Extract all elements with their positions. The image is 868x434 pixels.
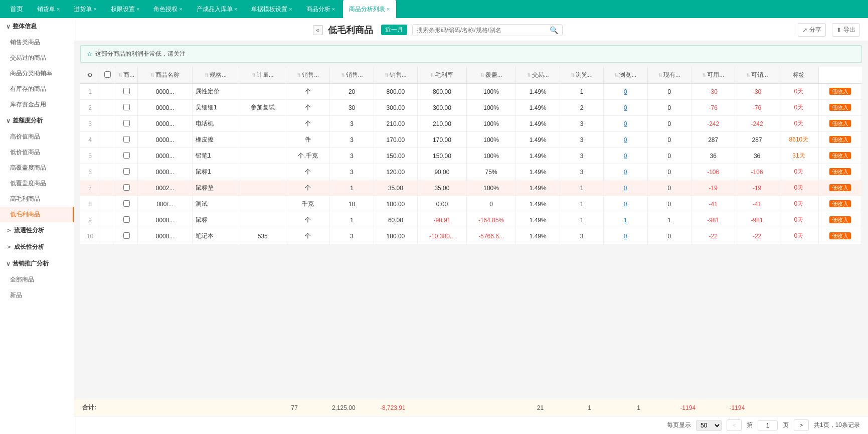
cell-checkbox[interactable]	[115, 164, 138, 180]
sidebar-collapse-btn[interactable]: «	[313, 25, 323, 35]
nav-products[interactable]: 产成品入库单 ×	[191, 0, 243, 18]
th-settings[interactable]: ⚙	[80, 67, 100, 84]
th-name[interactable]: ⇅商品名称	[138, 67, 193, 84]
export-button[interactable]: ⬆ 导出	[832, 23, 860, 37]
select-all-checkbox[interactable]	[104, 71, 111, 78]
search-input[interactable]	[417, 27, 550, 34]
nav-analysis[interactable]: 商品分析 ×	[300, 0, 341, 18]
cell-checkbox[interactable]	[115, 116, 138, 132]
th-gross-margin[interactable]: ⇅毛利率	[418, 67, 467, 84]
cell-transaction: 1	[560, 212, 603, 228]
nav-purchase[interactable]: 进货单 ×	[68, 0, 102, 18]
table-container[interactable]: ⚙ ⇅商... ⇅商品名称 ⇅规格... ⇅计量... ⇅销售... ⇅销售..…	[74, 67, 868, 399]
cell-views1[interactable]: 1	[604, 212, 647, 228]
cell-views1[interactable]: 0	[604, 100, 647, 116]
sidebar-group-general[interactable]: ∨ 整体信息	[0, 18, 74, 35]
cell-views1[interactable]: 0	[604, 132, 647, 148]
search-box[interactable]: 🔍	[412, 24, 563, 36]
cell-current-stock: -106	[691, 164, 735, 180]
share-button[interactable]: ↗ 分享	[798, 23, 826, 37]
next-page-btn[interactable]: ＞	[794, 419, 809, 431]
cell-checkbox[interactable]	[115, 212, 138, 228]
page-suffix: 页	[783, 421, 789, 429]
nav-templates[interactable]: 单据模板设置 ×	[245, 0, 298, 18]
nav-roles[interactable]: 角色授权 ×	[147, 0, 188, 18]
cell-views1[interactable]: 0	[604, 148, 647, 164]
nav-close-purchase[interactable]: ×	[93, 6, 96, 12]
sidebar-item-sales-goods[interactable]: 销售类商品	[0, 35, 74, 50]
th-saleable[interactable]: ⇅可销...	[735, 67, 779, 84]
cell-views1[interactable]: 0	[604, 228, 647, 244]
cell-name: 橡皮擦	[192, 132, 239, 148]
nav-analysis-list[interactable]: 商品分析列表 ×	[343, 0, 396, 18]
sidebar-item-traded-goods[interactable]: 交易过的商品	[0, 50, 74, 66]
sidebar-item-inventory-capital[interactable]: 库存资金占用	[0, 97, 74, 112]
date-badge[interactable]: 近一月	[381, 25, 407, 35]
cell-views1[interactable]: 0	[604, 84, 647, 100]
sidebar-item-all-goods[interactable]: 全部商品	[0, 272, 74, 287]
cell-available: -30	[735, 84, 779, 100]
cell-transaction: 2	[560, 100, 603, 116]
nav-close-analysis-list[interactable]: ×	[387, 6, 390, 12]
th-transaction[interactable]: ⇅交易...	[516, 67, 560, 84]
cell-current-stock: -22	[691, 228, 735, 244]
sidebar-group-margin[interactable]: ∨ 差额度分析	[0, 112, 74, 129]
cell-views1[interactable]: 0	[604, 180, 647, 196]
sidebar-item-high-value[interactable]: 高价值商品	[0, 129, 74, 144]
th-unit[interactable]: ⇅计量...	[239, 67, 286, 84]
nav-close-analysis[interactable]: ×	[332, 6, 335, 12]
th-available[interactable]: ⇅可用...	[691, 67, 735, 84]
cell-coverage: 1.49%	[516, 100, 560, 116]
cell-views1[interactable]: 0	[604, 116, 647, 132]
th-checkbox[interactable]	[100, 67, 115, 84]
nav-close-sales[interactable]: ×	[57, 6, 60, 12]
cell-checkbox[interactable]	[115, 100, 138, 116]
sidebar-group-circulation[interactable]: ＞ 流通性分析	[0, 222, 74, 239]
th-views1[interactable]: ⇅浏览...	[560, 67, 603, 84]
nav-close-products[interactable]: ×	[234, 6, 237, 12]
nav-sales[interactable]: 销货单 ×	[31, 0, 66, 18]
prev-page-btn[interactable]: ＜	[727, 419, 742, 431]
cell-saleable: 0天	[779, 212, 818, 228]
nav-close-permissions[interactable]: ×	[136, 6, 139, 12]
cell-checkbox[interactable]	[115, 196, 138, 212]
th-sales-amount[interactable]: ⇅销售...	[330, 67, 374, 84]
cell-views1[interactable]: 0	[604, 164, 647, 180]
nav-close-templates[interactable]: ×	[289, 6, 292, 12]
cell-code: 0000...	[138, 148, 193, 164]
cell-transaction: 3	[560, 132, 603, 148]
sidebar-item-low-coverage[interactable]: 低覆盖度商品	[0, 176, 74, 191]
cell-views2: 0	[647, 196, 691, 212]
cell-checkbox[interactable]	[115, 132, 138, 148]
th-current-stock[interactable]: ⇅现有...	[647, 67, 691, 84]
th-sales-profit[interactable]: ⇅销售...	[374, 67, 417, 84]
nav-permissions[interactable]: 权限设置 ×	[105, 0, 145, 18]
sidebar-item-high-margin[interactable]: 高毛利商品	[0, 191, 74, 207]
th-coverage[interactable]: ⇅覆盖...	[466, 67, 516, 84]
sidebar-item-low-value[interactable]: 低价值商品	[0, 144, 74, 160]
th-views2[interactable]: ⇅浏览...	[604, 67, 647, 84]
sidebar-item-new-goods[interactable]: 新品	[0, 287, 74, 303]
th-sales-qty[interactable]: ⇅销售...	[286, 67, 329, 84]
th-spec[interactable]: ⇅规格...	[192, 67, 239, 84]
th-tag[interactable]: 标签	[779, 67, 818, 84]
cell-num: 10	[80, 228, 100, 244]
nav-home[interactable]: 首页	[4, 0, 29, 18]
cell-checkbox[interactable]	[115, 228, 138, 244]
sidebar-group-growth[interactable]: ＞ 成长性分析	[0, 239, 74, 255]
sidebar-group-marketing[interactable]: ∨ 营销推广分析	[0, 255, 74, 272]
th-code[interactable]: ⇅商...	[115, 67, 138, 84]
sidebar: ∨ 整体信息 销售类商品 交易过的商品 商品分类助销率 有库存的商品 库存资金占…	[0, 18, 74, 434]
cell-checkbox[interactable]	[115, 148, 138, 164]
page-number-input[interactable]	[758, 420, 778, 430]
sidebar-item-low-margin[interactable]: 低毛利商品	[0, 207, 74, 222]
cell-checkbox[interactable]	[115, 84, 138, 100]
cell-tag: 低收入	[819, 84, 862, 100]
nav-close-roles[interactable]: ×	[179, 6, 182, 12]
sidebar-item-high-coverage[interactable]: 高覆盖度商品	[0, 160, 74, 176]
cell-views1[interactable]: 0	[604, 196, 647, 212]
cell-checkbox[interactable]	[115, 180, 138, 196]
sidebar-item-category-rate[interactable]: 商品分类助销率	[0, 66, 74, 81]
sidebar-item-stocked-goods[interactable]: 有库存的商品	[0, 81, 74, 97]
page-size-select[interactable]: 50 100 200	[696, 420, 722, 431]
